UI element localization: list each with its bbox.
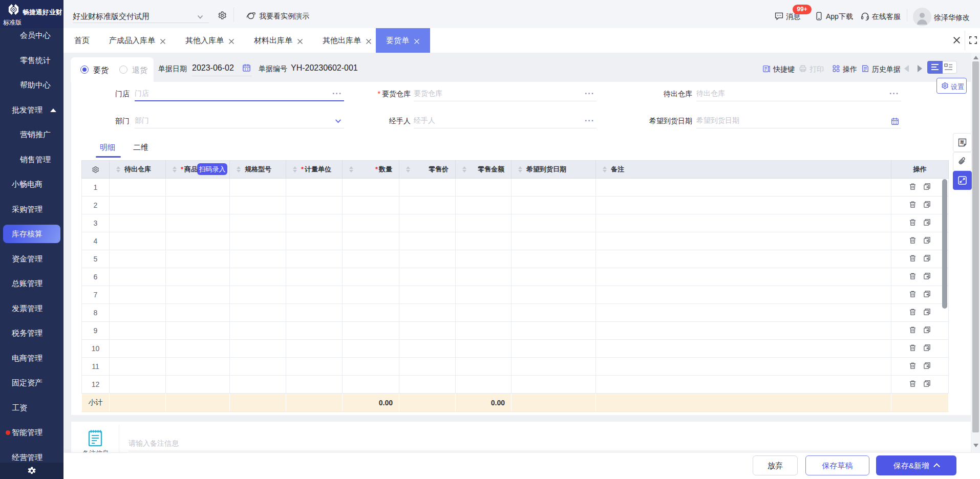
fullscreen-icon[interactable] (969, 36, 977, 45)
radio-return-label[interactable]: 退货 (132, 66, 147, 75)
empty-cell[interactable] (110, 286, 166, 304)
empty-cell[interactable] (596, 376, 891, 394)
copy-row-icon[interactable] (923, 380, 931, 389)
empty-cell[interactable] (512, 250, 596, 268)
delete-row-icon[interactable] (909, 308, 917, 317)
discard-button[interactable]: 放弃 (753, 455, 798, 475)
doc-tab-5[interactable]: 其他出库单 (323, 28, 372, 53)
empty-cell[interactable] (230, 197, 286, 214)
empty-cell[interactable] (286, 358, 343, 376)
delete-row-icon[interactable] (909, 254, 917, 264)
sort-arrows-icon[interactable] (406, 166, 410, 172)
prev-doc-arrow[interactable] (904, 65, 909, 72)
doc-tab-2[interactable]: 产成品入库单 (109, 28, 166, 53)
radio-return[interactable] (119, 66, 127, 74)
empty-cell[interactable] (110, 268, 166, 286)
tab-detail[interactable]: 明细 (100, 143, 115, 153)
empty-cell[interactable] (343, 304, 399, 322)
empty-cell[interactable] (110, 304, 166, 322)
empty-cell[interactable] (596, 340, 891, 358)
empty-cell[interactable] (596, 179, 891, 197)
empty-cell[interactable] (512, 197, 596, 214)
empty-cell[interactable] (343, 286, 399, 304)
empty-cell[interactable] (110, 376, 166, 394)
delete-row-icon[interactable] (909, 272, 917, 281)
column-settings-gear-icon[interactable] (92, 166, 99, 173)
empty-cell[interactable] (456, 268, 512, 286)
tab-close-icon[interactable] (228, 37, 235, 43)
field-input-2[interactable]: 要货仓库··· (414, 86, 596, 101)
empty-cell[interactable] (456, 232, 512, 250)
empty-cell[interactable] (512, 340, 596, 358)
sidebar-item-10[interactable]: 资金管理 (0, 250, 63, 268)
sort-arrows-icon[interactable] (173, 166, 177, 172)
empty-cell[interactable] (166, 268, 230, 286)
empty-cell[interactable] (512, 179, 596, 197)
tab-close-icon[interactable] (414, 37, 420, 43)
empty-cell[interactable] (399, 358, 456, 376)
sidebar-settings-gear-icon[interactable] (27, 466, 36, 475)
workspace-select[interactable]: 好业财标准版交付试用 (73, 7, 210, 23)
tab-close-icon[interactable] (160, 37, 166, 43)
empty-cell[interactable] (512, 268, 596, 286)
card-view-button[interactable] (942, 62, 955, 72)
empty-cell[interactable] (343, 197, 399, 214)
sort-arrows-icon[interactable] (293, 166, 297, 172)
copy-row-icon[interactable] (923, 362, 931, 371)
empty-cell[interactable] (286, 179, 343, 197)
empty-cell[interactable] (456, 340, 512, 358)
attachment-button[interactable] (953, 152, 972, 171)
sidebar-item-4[interactable]: 批发管理 (0, 101, 63, 119)
empty-cell[interactable] (456, 179, 512, 197)
copy-row-icon[interactable] (923, 183, 931, 192)
sidebar-item-16[interactable]: 工资 (0, 399, 63, 417)
copy-row-icon[interactable] (923, 308, 931, 317)
empty-cell[interactable] (110, 322, 166, 340)
empty-cell[interactable] (512, 286, 596, 304)
empty-cell[interactable] (343, 179, 399, 197)
empty-cell[interactable] (230, 232, 286, 250)
empty-cell[interactable] (399, 250, 456, 268)
close-all-icon[interactable] (952, 35, 962, 45)
radio-request[interactable] (80, 66, 89, 74)
empty-cell[interactable] (343, 214, 399, 232)
empty-cell[interactable] (399, 197, 456, 214)
empty-cell[interactable] (456, 358, 512, 376)
empty-cell[interactable] (343, 376, 399, 394)
tab-matrix[interactable]: 二维 (133, 143, 148, 153)
empty-cell[interactable] (343, 358, 399, 376)
delete-row-icon[interactable] (909, 201, 917, 210)
empty-cell[interactable] (456, 214, 512, 232)
page-scrollbar-thumb[interactable] (972, 61, 979, 432)
empty-cell[interactable] (343, 250, 399, 268)
empty-cell[interactable] (456, 286, 512, 304)
empty-cell[interactable] (399, 286, 456, 304)
empty-cell[interactable] (399, 268, 456, 286)
empty-cell[interactable] (166, 232, 230, 250)
empty-cell[interactable] (230, 376, 286, 394)
sidebar-item-12[interactable]: 发票管理 (0, 299, 63, 318)
user-name[interactable]: 徐泽华修改 (934, 13, 970, 23)
empty-cell[interactable] (230, 322, 286, 340)
empty-cell[interactable] (596, 250, 891, 268)
empty-cell[interactable] (286, 214, 343, 232)
sort-arrows-icon[interactable] (237, 166, 241, 172)
empty-cell[interactable] (110, 340, 166, 358)
empty-cell[interactable] (110, 197, 166, 214)
empty-cell[interactable] (286, 232, 343, 250)
draft-note-button[interactable]: 草 (953, 133, 972, 152)
empty-cell[interactable] (399, 340, 456, 358)
calendar-icon[interactable] (891, 117, 899, 127)
remark-input[interactable]: 请输入备注信息 (129, 437, 951, 451)
empty-cell[interactable] (596, 268, 891, 286)
empty-cell[interactable] (166, 179, 230, 197)
copy-row-icon[interactable] (923, 290, 931, 299)
empty-cell[interactable] (286, 250, 343, 268)
scroll-down-arrow[interactable] (973, 444, 978, 447)
sidebar-item-9[interactable]: 库存核算 (3, 225, 60, 243)
doc-tab-1[interactable]: 首页 (74, 28, 90, 53)
scroll-up-arrow[interactable] (973, 56, 978, 59)
col-header-4[interactable]: 规格型号 (230, 161, 286, 179)
empty-cell[interactable] (230, 304, 286, 322)
empty-cell[interactable] (110, 250, 166, 268)
